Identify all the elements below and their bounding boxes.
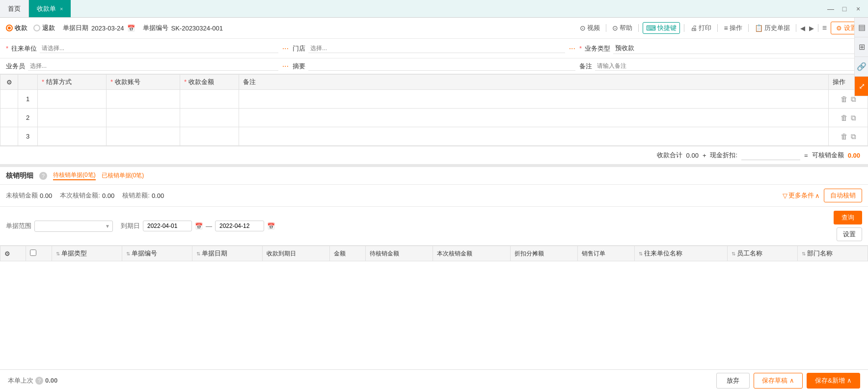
calendar-start-icon[interactable]: 📅 bbox=[195, 223, 203, 230]
due-date-start[interactable] bbox=[143, 221, 192, 231]
delete-icon-3[interactable]: 🗑 bbox=[841, 132, 848, 140]
menu-icon[interactable]: ≡ bbox=[822, 24, 827, 32]
this-cancel-label: 本次核销金额: bbox=[60, 191, 100, 200]
calendar-icon[interactable]: 📅 bbox=[127, 25, 135, 32]
btn-help[interactable]: ⊙ 帮助 bbox=[610, 23, 634, 33]
th-settle-label: 结算方式 bbox=[46, 78, 72, 85]
btn-action[interactable]: ≡ 操作 bbox=[722, 23, 744, 33]
th-bt-salesorder: 销售订单 bbox=[578, 246, 635, 261]
select-all-checkbox[interactable] bbox=[30, 250, 36, 256]
note-input-1[interactable] bbox=[239, 90, 828, 108]
available-label: 可核销金额 bbox=[812, 151, 844, 160]
account-input-3[interactable] bbox=[107, 127, 180, 145]
radio-tuikuan[interactable]: 退款 bbox=[33, 24, 55, 32]
amount-input-3[interactable] bbox=[180, 127, 239, 145]
save-new-button[interactable]: 保存&新增 ∧ bbox=[807, 373, 860, 389]
rt-btn-2[interactable]: ⊞ bbox=[855, 37, 868, 57]
hexiao-title: 核销明细 bbox=[6, 171, 33, 180]
tab-done[interactable]: 已核销单据(0笔) bbox=[102, 171, 144, 180]
btn-history[interactable]: 📋 历史单据 bbox=[753, 23, 792, 33]
btn-print[interactable]: 🖨 打印 bbox=[688, 23, 713, 33]
rt-btn-4[interactable]: ⤢ bbox=[855, 77, 868, 96]
td-amount-2[interactable] bbox=[180, 109, 239, 127]
calendar-end-icon[interactable]: 📅 bbox=[267, 223, 275, 230]
auto-cancel-btn[interactable]: 自动核销 bbox=[824, 189, 862, 202]
td-amount-1[interactable] bbox=[180, 90, 239, 109]
biz-type-select[interactable]: 预收款 ▼ bbox=[613, 43, 862, 54]
salesman-input[interactable] bbox=[28, 61, 278, 71]
account-input-1[interactable] bbox=[107, 90, 180, 108]
td-account-2[interactable] bbox=[107, 109, 180, 127]
delete-icon-1[interactable]: 🗑 bbox=[841, 95, 848, 103]
th-rownum bbox=[18, 75, 38, 90]
store-input[interactable] bbox=[308, 44, 565, 53]
due-date-end[interactable] bbox=[215, 221, 264, 231]
date-dash: — bbox=[206, 223, 212, 230]
th-bt-setting[interactable]: ⚙ bbox=[0, 246, 26, 261]
settle-input-1[interactable] bbox=[38, 90, 106, 108]
biz-type-req: * bbox=[579, 45, 582, 52]
remark-input[interactable] bbox=[595, 61, 862, 71]
minimize-btn[interactable]: — bbox=[825, 3, 837, 15]
nav-prev[interactable]: ◀ bbox=[800, 25, 805, 32]
abandon-button[interactable]: 放弃 bbox=[716, 373, 750, 389]
rt-btn-3[interactable]: 🔗 bbox=[855, 57, 868, 77]
td-setting-1 bbox=[0, 90, 18, 109]
td-note-1[interactable] bbox=[239, 90, 829, 109]
copy-icon-2[interactable]: ⧉ bbox=[851, 113, 856, 122]
td-settle-3[interactable] bbox=[38, 127, 107, 146]
amount-input-1[interactable] bbox=[180, 90, 239, 108]
td-note-2[interactable] bbox=[239, 109, 829, 127]
delete-icon-2[interactable]: 🗑 bbox=[841, 113, 848, 122]
copy-icon-3[interactable]: ⧉ bbox=[851, 132, 856, 141]
more-conditions-label: 更多条件 bbox=[788, 191, 814, 200]
radio-shoukuan[interactable]: 收款 bbox=[6, 24, 27, 32]
summary-row: 收款合计 0.00 + 现金折扣: = 可核销金额 0.00 bbox=[0, 146, 868, 164]
btn-video[interactable]: ⊙ 视频 bbox=[578, 23, 602, 33]
td-settle-2[interactable] bbox=[38, 109, 107, 127]
td-settle-1[interactable] bbox=[38, 90, 107, 109]
radio-tuikuan-label: 退款 bbox=[42, 24, 55, 32]
close-btn[interactable]: × bbox=[852, 3, 864, 15]
amount-req: * bbox=[184, 78, 187, 85]
hexiao-info-icon[interactable]: ? bbox=[39, 172, 47, 180]
note-input-3[interactable] bbox=[239, 127, 828, 145]
settle-input-3[interactable] bbox=[38, 127, 106, 145]
store-more-icon[interactable]: ··· bbox=[569, 44, 575, 53]
summary-input[interactable] bbox=[308, 61, 575, 71]
th-setting[interactable]: ⚙ bbox=[0, 75, 18, 90]
query-button[interactable]: 查询 bbox=[834, 211, 862, 224]
rt-btn-1[interactable]: ▤ bbox=[855, 18, 868, 37]
th-bt-checkbox[interactable] bbox=[26, 246, 52, 261]
nav-next[interactable]: ▶ bbox=[809, 25, 814, 32]
tab-pending[interactable]: 待核销单据(0笔) bbox=[53, 171, 96, 180]
salesman-more-icon[interactable]: ··· bbox=[282, 62, 289, 71]
account-input-2[interactable] bbox=[107, 109, 180, 127]
more-conditions-btn[interactable]: ▽ 更多条件 ∧ bbox=[783, 191, 820, 200]
td-account-1[interactable] bbox=[107, 90, 180, 109]
tab-shoukuan[interactable]: 收款单 × bbox=[29, 0, 71, 17]
tab-home[interactable]: 首页 bbox=[0, 0, 29, 17]
set-button[interactable]: 设置 bbox=[837, 227, 862, 241]
date-label: 单据日期 bbox=[63, 24, 88, 32]
uncancelled-label: 未核销金额 bbox=[6, 191, 38, 200]
store-label: 门店 bbox=[293, 44, 305, 53]
note-input-2[interactable] bbox=[239, 109, 828, 127]
diff-label: 核销差额: bbox=[122, 191, 150, 200]
partner-more-icon[interactable]: ··· bbox=[282, 44, 289, 53]
tab-close-icon[interactable]: × bbox=[60, 6, 63, 12]
save-draft-button[interactable]: 保存草稿 ∧ bbox=[754, 373, 803, 389]
td-account-3[interactable] bbox=[107, 127, 180, 146]
td-note-3[interactable] bbox=[239, 127, 829, 146]
footer-info-icon[interactable]: ? bbox=[35, 377, 43, 385]
settle-input-2[interactable] bbox=[38, 109, 106, 127]
btn-shortcut[interactable]: ⌨ 快捷键 bbox=[643, 22, 680, 34]
th-bt-duedate: 收款到期日 bbox=[262, 246, 329, 261]
partner-input[interactable] bbox=[40, 44, 278, 53]
sort-icon6: ⇅ bbox=[802, 251, 806, 256]
amount-input-2[interactable] bbox=[180, 109, 239, 127]
restore-btn[interactable]: □ bbox=[839, 3, 850, 15]
td-amount-3[interactable] bbox=[180, 127, 239, 146]
range-select[interactable] bbox=[34, 221, 113, 232]
discount-input[interactable] bbox=[741, 150, 800, 160]
